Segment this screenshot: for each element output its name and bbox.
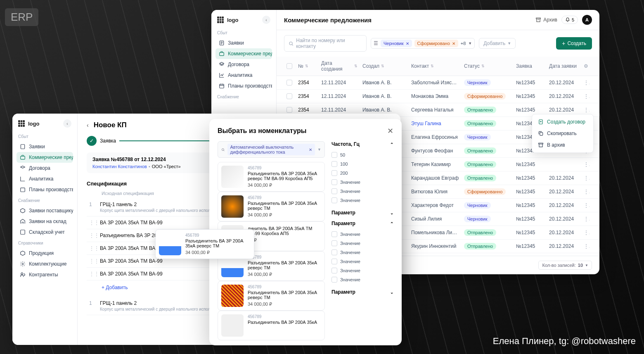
notifications-badge[interactable]: 5: [561, 16, 578, 24]
filter-option[interactable]: Значение: [331, 248, 393, 257]
menu-copy[interactable]: Скопировать: [534, 128, 592, 139]
nav-counterparties[interactable]: Контрагенты: [17, 269, 73, 280]
filter-chip-formed[interactable]: Сформировано✕: [414, 40, 458, 47]
nav-offers[interactable]: Коммерческие пред...: [17, 152, 73, 163]
filter-chip-draft[interactable]: Черновик✕: [381, 40, 412, 47]
cell-contact[interactable]: Этуш Галина: [409, 117, 462, 130]
nomenclature-item[interactable]: 456789Разъединитель ВА 3P 200А 35кА реве…: [218, 162, 325, 192]
nav-analytics[interactable]: Аналитика: [17, 173, 73, 184]
search-input[interactable]: Найти по номеру или контакту: [284, 35, 367, 52]
avatar[interactable]: A: [582, 15, 592, 25]
table-settings-button[interactable]: ⚙: [581, 57, 590, 76]
nav-warehouse-req[interactable]: Заявки на склад: [17, 216, 73, 227]
menu-create-contract[interactable]: Создать договор: [534, 116, 592, 128]
filter-option[interactable]: Значение: [331, 239, 393, 248]
search-chip[interactable]: Автоматический выключатель дифференциаль…: [227, 144, 315, 155]
option-checkbox[interactable]: [331, 197, 337, 203]
nav-supplier-req[interactable]: Заявки поставщику: [17, 205, 73, 216]
nav-warehouse-acc[interactable]: Складской учет: [17, 227, 73, 238]
filter-param-toggle[interactable]: Параметр⌃: [331, 221, 393, 226]
drag-handle-icon[interactable]: ⋮⋮: [89, 233, 96, 238]
back-button[interactable]: ‹: [87, 122, 89, 128]
filter-option[interactable]: Значение: [331, 275, 393, 284]
col-creator[interactable]: Создал⇅: [360, 57, 409, 76]
option-checkbox[interactable]: [331, 277, 337, 283]
col-req[interactable]: Заявка: [514, 57, 547, 76]
col-date[interactable]: Дата создания⇅: [319, 57, 360, 76]
filter-param-toggle[interactable]: Параметр⌄: [331, 210, 393, 216]
col-num[interactable]: №⇅: [296, 57, 319, 76]
filter-freq-toggle[interactable]: Частота, Гц⌃: [331, 141, 393, 147]
option-checkbox[interactable]: [331, 188, 337, 194]
nav-contracts[interactable]: Договора: [215, 59, 272, 70]
filter-option[interactable]: Значение: [331, 257, 393, 266]
nav-requests[interactable]: Заявки: [17, 141, 73, 152]
drag-handle-icon[interactable]: ⋮⋮: [89, 245, 96, 251]
menu-archive[interactable]: В архив: [534, 139, 592, 151]
nav-plans[interactable]: Планы производства: [17, 184, 73, 195]
apps-icon[interactable]: [217, 17, 224, 23]
close-modal-button[interactable]: ✕: [387, 126, 393, 135]
option-checkbox[interactable]: [331, 179, 337, 185]
drag-handle-icon[interactable]: ⋮⋮: [89, 258, 96, 264]
nav-products[interactable]: Продукция: [17, 248, 73, 259]
modal-search[interactable]: Автоматический выключатель дифференциаль…: [218, 141, 325, 158]
option-checkbox[interactable]: [331, 240, 337, 246]
nav-offers[interactable]: Коммерческие пред...: [215, 48, 272, 59]
table-row[interactable]: 2354 12.11.2024 Иванов А. В. Заболотный …: [277, 76, 599, 90]
nav-contracts[interactable]: Договора: [17, 163, 73, 173]
contact-link[interactable]: Константин Константинов: [92, 164, 147, 169]
row-actions-button[interactable]: ⋮: [581, 158, 590, 171]
filter-param-toggle[interactable]: Параметр⌄: [331, 289, 393, 295]
filter-option[interactable]: Значение: [331, 187, 393, 196]
more-filters[interactable]: +8: [461, 41, 466, 46]
option-checkbox[interactable]: [331, 249, 337, 255]
nav-plans[interactable]: Планы производства: [215, 81, 272, 91]
remove-chip-icon[interactable]: ✕: [406, 41, 409, 46]
option-checkbox[interactable]: [331, 161, 337, 167]
collapse-sidebar-button[interactable]: ‹: [262, 16, 270, 24]
collapse-sidebar-button[interactable]: ‹: [63, 119, 71, 128]
option-checkbox[interactable]: [331, 170, 337, 176]
row-actions-button[interactable]: ⋮: [581, 199, 590, 211]
row-actions-button[interactable]: ⋮: [581, 172, 590, 184]
filter-option[interactable]: Значение: [331, 266, 393, 275]
row-actions-button[interactable]: ⋮: [581, 76, 590, 89]
nav-requests[interactable]: Заявки: [215, 38, 272, 48]
nav-analytics[interactable]: Аналитика: [215, 70, 272, 81]
create-button[interactable]: +Создать: [556, 37, 592, 50]
filter-option[interactable]: Значение: [331, 178, 393, 187]
row-actions-button[interactable]: ⋮: [581, 90, 590, 102]
row-actions-button[interactable]: ⋮: [581, 226, 590, 239]
nomenclature-item[interactable]: 456789Разъединитель ВА 3P 200А 35кА: [218, 311, 325, 340]
col-reqdate[interactable]: Дата заявки: [547, 57, 581, 76]
option-checkbox[interactable]: [331, 231, 337, 237]
filter-icon[interactable]: ☰: [374, 40, 378, 46]
row-checkbox[interactable]: [286, 93, 292, 99]
drag-handle-icon[interactable]: ⋮⋮: [89, 220, 96, 226]
chevron-down-icon[interactable]: ▼: [468, 41, 472, 45]
nomenclature-item[interactable]: 456789Разъединитель ВА 3P 200А 35кА реве…: [218, 192, 325, 221]
filter-option[interactable]: 100: [331, 159, 393, 169]
row-checkbox[interactable]: [286, 80, 292, 86]
col-contact[interactable]: Контакт⇅: [409, 57, 462, 76]
select-all-checkbox[interactable]: [286, 63, 292, 69]
option-checkbox[interactable]: [331, 259, 337, 264]
nomenclature-item[interactable]: 456789Разъединитель ВА 3P 200А 35кА реве…: [218, 281, 325, 311]
archive-link[interactable]: Архив: [535, 17, 557, 23]
table-row[interactable]: 2354 12.11.2024 Иванов А. В. Монакова Эм…: [277, 90, 599, 103]
filter-option[interactable]: Значение: [331, 230, 393, 239]
option-checkbox[interactable]: [331, 268, 337, 273]
add-filter-dropdown[interactable]: Добавить▼: [479, 38, 516, 49]
col-status[interactable]: Статус⇅: [462, 57, 514, 76]
row-actions-button[interactable]: ⋮: [581, 213, 590, 225]
row-actions-button[interactable]: ⋮: [581, 185, 590, 198]
drag-handle-icon[interactable]: ⋮⋮: [89, 271, 96, 277]
nav-components[interactable]: Комплектующие: [17, 259, 73, 269]
chevron-down-icon[interactable]: ▼: [317, 147, 321, 152]
filter-option[interactable]: 200: [331, 169, 393, 178]
filter-option[interactable]: 50: [331, 150, 393, 159]
remove-chip-icon[interactable]: ✕: [309, 147, 312, 152]
row-checkbox[interactable]: [286, 107, 292, 113]
records-per-page[interactable]: Кол-во записей: 10 ▼: [538, 261, 592, 270]
